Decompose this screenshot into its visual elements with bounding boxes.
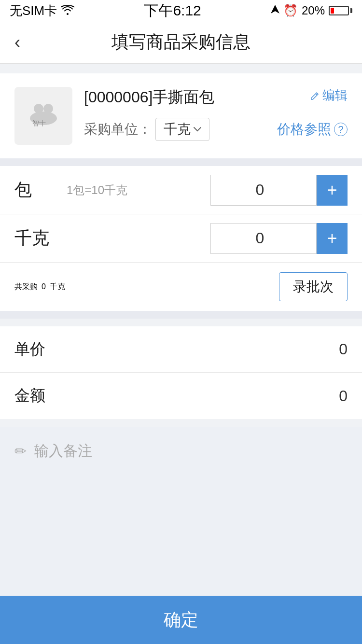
product-image: 智十 — [14, 87, 72, 145]
input-section: 包 1包=10千克 + 千克 + — [0, 166, 362, 263]
unit-value: 千克 — [164, 120, 191, 139]
kg-input-control: + — [210, 223, 348, 254]
bao-label: 包 — [14, 178, 63, 202]
kg-plus-icon: + — [327, 228, 337, 249]
bao-plus-button[interactable]: + — [317, 175, 348, 206]
kg-label: 千克 — [14, 226, 63, 250]
unit-select[interactable]: 千克 — [155, 118, 209, 141]
nav-bar: ‹ 填写商品采购信息 — [0, 21, 362, 64]
battery-icon — [329, 6, 352, 15]
amount-value: 0 — [339, 387, 348, 405]
amount-label: 金额 — [14, 385, 45, 406]
unit-price-value: 0 — [339, 340, 348, 358]
total-prefix: 共采购 — [14, 282, 38, 292]
bao-sublabel: 1包=10千克 — [67, 182, 210, 198]
price-ref-label: 价格参照 — [277, 120, 331, 139]
status-right: ⏰ 20% — [271, 4, 352, 17]
batch-label: 录批次 — [293, 279, 334, 294]
section-divider-2 — [0, 311, 362, 319]
edit-button[interactable]: 编辑 — [310, 87, 348, 104]
note-section[interactable]: ✏ 输入备注 — [0, 427, 362, 476]
confirm-label: 确定 — [164, 608, 198, 632]
status-bar: 无SIM卡 下午6:12 ⏰ 20% — [0, 0, 362, 21]
total-row: 共采购 0 千克 录批次 — [0, 263, 362, 311]
bao-input-control: + — [210, 175, 348, 206]
unit-label: 采购单位： — [84, 120, 152, 139]
svg-text:智十: 智十 — [32, 119, 46, 127]
price-ref-button[interactable]: 价格参照 ? — [277, 120, 348, 139]
status-time: 下午6:12 — [144, 1, 201, 21]
status-left: 无SIM卡 — [10, 2, 74, 19]
note-icon: ✏ — [14, 443, 27, 460]
unit-price-label: 单价 — [14, 339, 45, 360]
location-icon — [271, 4, 279, 17]
confirm-button[interactable]: 确定 — [0, 596, 362, 644]
bao-quantity-input[interactable] — [210, 175, 317, 206]
bao-input-row: 包 1包=10千克 + — [0, 166, 362, 214]
product-unit-row: 采购单位： 千克 价格参照 ? — [84, 118, 348, 141]
battery-pct: 20% — [302, 4, 325, 17]
product-header: [0000006]手撕面包 编辑 — [84, 87, 348, 108]
back-button[interactable]: ‹ — [14, 32, 20, 53]
unit-price-row: 单价 0 — [0, 326, 362, 373]
wifi-icon — [61, 3, 74, 18]
pricing-section: 单价 0 金额 0 — [0, 326, 362, 419]
note-placeholder: 输入备注 — [34, 441, 92, 461]
total-amount: 0 — [42, 282, 46, 291]
kg-quantity-input[interactable] — [210, 223, 317, 254]
section-divider-1 — [0, 158, 362, 166]
total-text: 共采购 0 千克 — [14, 282, 65, 292]
alarm-icon: ⏰ — [283, 4, 298, 17]
product-name: [0000006]手撕面包 — [84, 87, 310, 108]
edit-label: 编辑 — [322, 87, 348, 104]
price-ref-help-icon: ? — [334, 123, 348, 136]
batch-button[interactable]: 录批次 — [279, 272, 348, 301]
page-title: 填写商品采购信息 — [111, 30, 251, 54]
kg-plus-button[interactable]: + — [317, 223, 348, 254]
amount-row: 金额 0 — [0, 373, 362, 419]
product-card: 智十 [0000006]手撕面包 编辑 采购单位： 千克 价 — [0, 73, 362, 158]
carrier-text: 无SIM卡 — [10, 2, 57, 19]
kg-input-row: 千克 + — [0, 214, 362, 263]
product-info: [0000006]手撕面包 编辑 采购单位： 千克 价格参照 ? — [84, 87, 348, 141]
bao-plus-icon: + — [327, 180, 337, 200]
total-unit: 千克 — [50, 282, 65, 292]
